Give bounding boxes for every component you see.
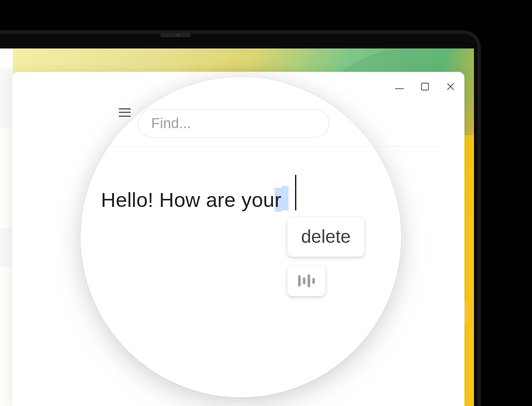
minimize-button[interactable] xyxy=(395,84,404,90)
text-cursor xyxy=(295,175,296,210)
voice-waveform-icon xyxy=(298,275,301,287)
sidebar-panel xyxy=(0,48,13,406)
search-input[interactable]: Find... xyxy=(138,109,329,138)
editor-selected-text: r xyxy=(275,188,282,212)
close-button[interactable] xyxy=(446,82,455,91)
maximize-icon xyxy=(421,83,429,90)
minimize-icon xyxy=(395,88,404,90)
desktop-wallpaper: Find... Hello! How are your delete xyxy=(0,48,474,406)
camera-dot xyxy=(177,34,179,36)
close-icon xyxy=(446,82,455,91)
suggestion-label: delete xyxy=(301,226,350,247)
editor-text-run: Hello! How are you xyxy=(101,188,275,212)
editor-text-content[interactable]: Hello! How are your xyxy=(101,183,289,212)
hamburger-icon xyxy=(119,108,131,110)
maximize-button[interactable] xyxy=(421,83,429,90)
search-placeholder: Find... xyxy=(151,115,191,132)
voice-suggestion-delete[interactable]: delete xyxy=(287,217,364,257)
hamburger-menu-button[interactable] xyxy=(119,106,131,119)
app-window: Find... Hello! How are your delete xyxy=(12,72,464,406)
voice-input-button[interactable] xyxy=(287,266,325,296)
sidebar-section xyxy=(0,68,13,129)
toolbar-divider xyxy=(107,146,440,147)
camera-notch xyxy=(160,33,191,37)
editor-selection-tail xyxy=(282,186,289,210)
sidebar-section xyxy=(0,228,13,267)
device-frame: Find... Hello! How are your delete xyxy=(0,0,532,406)
